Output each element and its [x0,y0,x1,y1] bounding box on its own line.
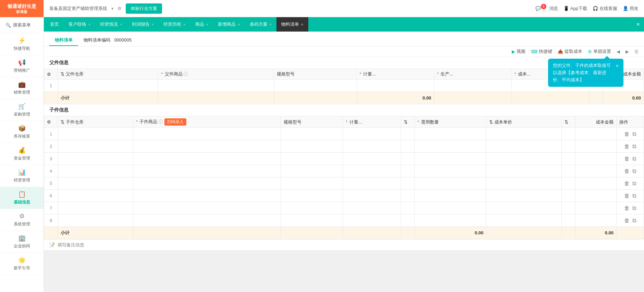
online-support-item[interactable]: 🎧 在线客服 [593,5,617,12]
child-row-3-unit[interactable] [343,153,401,165]
child-row-6-warehouse[interactable] [58,190,133,202]
child-row-2-unit-cost[interactable] [486,140,562,153]
tab-operations-status[interactable]: 经营情况 × [95,17,127,32]
sidebar-item-marketing[interactable]: 📢 营销推广 [0,55,44,77]
experience-btn[interactable]: 体验行业方案 [126,3,162,14]
system-title-dropdown-icon[interactable]: ▾ [111,6,113,11]
copy-row-5-button[interactable]: ⧉ [632,180,636,187]
child-row-6-spec[interactable] [281,190,343,202]
delete-row-2-button[interactable]: 🗑 [624,143,630,150]
child-row-4-unit-cost[interactable] [486,165,562,177]
child-row-7-warehouse[interactable] [58,202,133,214]
child-row-6-unit[interactable] [343,190,401,202]
child-row-3-qty[interactable] [414,153,486,165]
note-input[interactable] [58,242,639,247]
sidebar-search-area[interactable]: 🔍 搜索菜单 [0,17,44,33]
copy-row-6-button[interactable]: ⧉ [632,193,636,199]
sidebar-item-enterprise[interactable]: 🏢 企业协同 [0,231,44,253]
child-row-2-unit[interactable] [343,140,401,153]
sidebar-item-quick-nav[interactable]: ⚡ 快捷导航 [0,33,44,55]
child-row-2-qty[interactable] [414,140,486,153]
tab-home[interactable]: 首页 [45,17,64,32]
tooltip-close-button[interactable]: × [616,62,619,70]
child-row-4-qty[interactable] [414,165,486,177]
tab-add-goods[interactable]: 新增商品 × [213,17,245,32]
extract-cost-button[interactable]: 📥 提取成本 [558,48,582,55]
delete-row-1-button[interactable]: 🗑 [624,131,630,137]
message-item[interactable]: 💬 6 消息 [535,5,558,12]
tab-ops-status-close[interactable]: × [120,22,122,26]
copy-row-1-button[interactable]: ⧉ [632,131,636,137]
child-row-2-spec[interactable] [281,140,343,153]
sidebar-item-finance[interactable]: 💰 资金管理 [0,143,44,165]
child-row-8-qty[interactable] [414,214,486,227]
child-row-5-goods[interactable] [133,177,281,190]
child-row-1-spec[interactable] [281,128,343,140]
tab-customer-close[interactable]: × [88,22,90,26]
child-row-1-warehouse[interactable] [58,128,133,140]
child-row-3-spec[interactable] [281,153,343,165]
app-download-item[interactable]: 📱 App下载 [564,5,587,12]
single-settings-button[interactable]: ⚙ 单据设置 [588,48,611,55]
copy-row-2-button[interactable]: ⧉ [632,143,636,150]
shortcut-button[interactable]: ⌨ 快捷键 [531,48,552,55]
parent-row-1-goods[interactable] [158,80,274,92]
tab-profit-report[interactable]: 利润报告 × [127,17,159,32]
child-row-1-unit[interactable] [343,128,401,140]
sidebar-item-sales[interactable]: 💼 销售管理 [0,77,44,99]
delete-row-3-button[interactable]: 🗑 [624,156,630,162]
child-row-1-goods[interactable] [133,128,281,140]
delete-row-5-button[interactable]: 🗑 [624,180,630,187]
sub-tab-bom-code[interactable]: 物料清单编码 0000005 [78,35,137,46]
child-row-4-unit[interactable] [343,165,401,177]
search-menu-button[interactable]: 🔍 搜索菜单 [3,20,41,30]
child-row-8-unit-cost[interactable] [486,214,562,227]
child-row-7-spec[interactable] [281,202,343,214]
child-row-4-warehouse[interactable] [58,165,133,177]
child-row-8-unit[interactable] [343,214,401,227]
child-row-6-goods[interactable] [133,190,281,202]
delete-row-6-button[interactable]: 🗑 [624,193,630,199]
sidebar-item-inventory[interactable]: 📦 库存核算 [0,121,44,143]
video-button[interactable]: ▶ 视频 [512,48,525,55]
child-row-3-unit-cost[interactable] [486,153,562,165]
parent-row-1-production[interactable] [434,80,511,92]
child-row-6-unit-cost[interactable] [486,190,562,202]
toolbar-nav-left[interactable]: ◀ [617,49,620,54]
tab-add-goods-close[interactable]: × [238,22,240,26]
sidebar-item-guide[interactable]: 🌟 新手引导 [0,253,44,275]
child-row-7-goods[interactable] [133,202,281,214]
tab-profit-close[interactable]: × [152,22,154,26]
child-row-7-unit-cost[interactable] [486,202,562,214]
copy-row-4-button[interactable]: ⧉ [632,168,636,174]
tab-customer[interactable]: 客户联络 × [64,17,95,32]
tab-bom-list[interactable]: 物料清单 × [276,17,308,32]
delete-row-8-button[interactable]: 🗑 [624,218,630,224]
child-row-4-spec[interactable] [281,165,343,177]
sub-tab-bom-list[interactable]: 物料清单 [49,35,78,46]
parent-col-settings[interactable]: ⚙ [44,69,58,80]
copy-row-8-button[interactable]: ⧉ [632,218,636,224]
tab-ops-history-close[interactable]: × [183,22,185,26]
parent-row-1-unit[interactable] [357,80,434,92]
child-row-6-qty[interactable] [414,190,486,202]
child-row-3-goods[interactable] [133,153,281,165]
delete-row-4-button[interactable]: 🗑 [624,168,630,174]
child-row-5-spec[interactable] [281,177,343,190]
child-row-1-qty[interactable] [414,128,486,140]
parent-row-1-spec[interactable] [274,80,357,92]
sidebar-item-basic-info[interactable]: 📋 基础信息 [0,187,44,209]
sidebar-item-purchase[interactable]: 🛒 采购管理 [0,99,44,121]
tab-barcode[interactable]: 条码方案 × [245,17,276,32]
tab-goods[interactable]: 商品 × [190,17,213,32]
tab-operations-history[interactable]: 经营历程 × [159,17,190,32]
parent-row-1-warehouse[interactable] [58,80,158,92]
child-row-2-goods[interactable] [133,140,281,153]
close-all-tabs-button[interactable]: × [633,21,643,28]
tab-barcode-close[interactable]: × [270,22,272,26]
child-row-8-warehouse[interactable] [58,214,133,227]
child-row-5-unit[interactable] [343,177,401,190]
child-row-1-unit-cost[interactable] [486,128,562,140]
copy-row-7-button[interactable]: ⧉ [632,205,636,211]
tab-goods-close[interactable]: × [206,22,208,26]
